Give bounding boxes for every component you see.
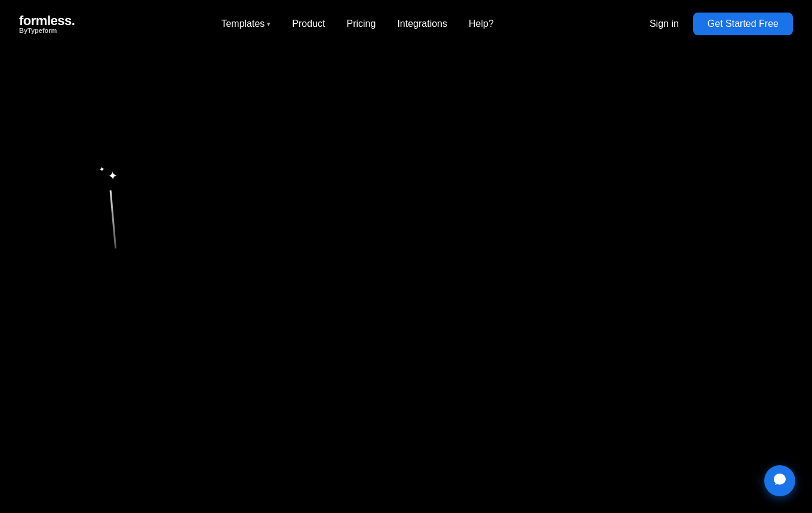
nav-pricing[interactable]: Pricing: [338, 14, 384, 34]
nav-links: Templates ▾ Product Pricing Integrations…: [213, 14, 502, 34]
navbar: formless. ByTypeform Templates ▾ Product…: [0, 0, 812, 48]
small-star-icon: ✦: [99, 165, 105, 173]
logo-wordmark: formless.: [19, 14, 75, 27]
logo-sub: ByTypeform: [19, 27, 75, 34]
sparkle-stars: ✦ ✦: [96, 164, 128, 190]
sparkle-wand-decoration: ✦ ✦: [96, 164, 133, 250]
wand-stick: [110, 190, 117, 248]
nav-help[interactable]: Help?: [460, 14, 502, 34]
large-star-icon: ✦: [107, 169, 119, 182]
signin-button[interactable]: Sign in: [640, 14, 688, 34]
nav-product[interactable]: Product: [284, 14, 333, 34]
chat-icon: [773, 472, 787, 489]
nav-templates[interactable]: Templates ▾: [213, 14, 279, 34]
get-started-button[interactable]: Get Started Free: [693, 13, 793, 35]
logo[interactable]: formless. ByTypeform: [19, 14, 75, 34]
chat-button[interactable]: [764, 465, 795, 496]
main-content: ✦ ✦: [0, 48, 812, 513]
nav-integrations[interactable]: Integrations: [389, 14, 456, 34]
chevron-down-icon: ▾: [267, 20, 270, 28]
nav-actions: Sign in Get Started Free: [640, 13, 793, 35]
